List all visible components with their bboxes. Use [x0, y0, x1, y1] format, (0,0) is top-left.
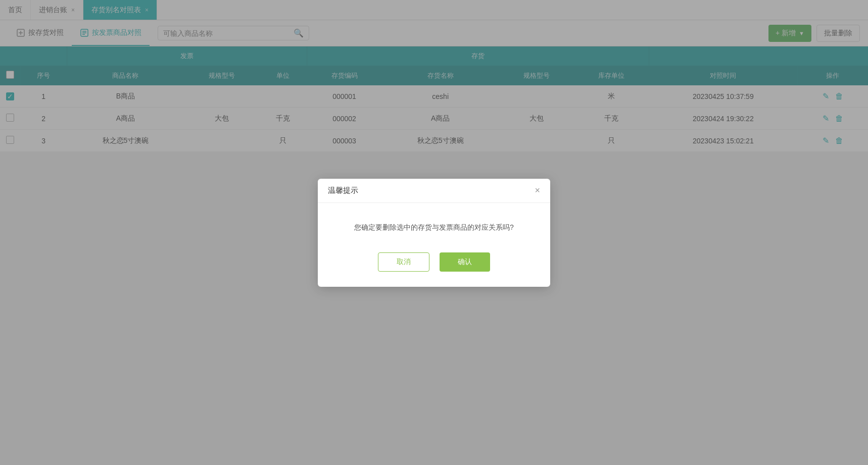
- overlay: 温馨提示 × 您确定要删除选中的存货与发票商品的对应关系吗? 取消 确认: [0, 0, 868, 152]
